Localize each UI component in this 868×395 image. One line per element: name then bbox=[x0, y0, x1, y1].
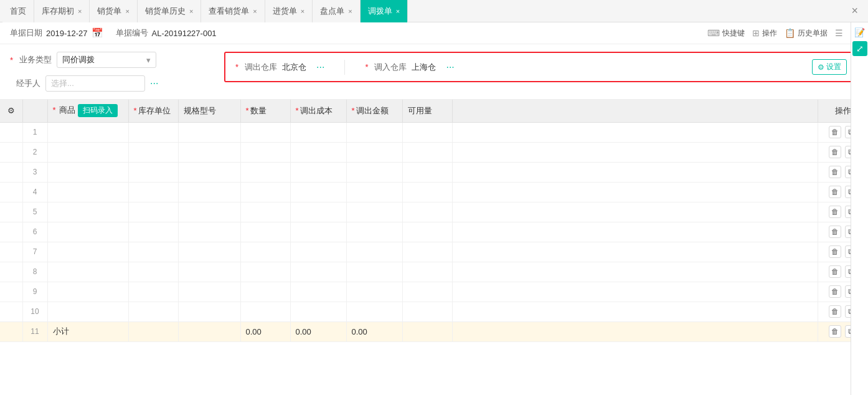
handler-dropdown[interactable]: 选择... bbox=[45, 75, 145, 92]
sidebar-expand-icon[interactable]: ⤢ bbox=[852, 41, 867, 56]
row-qty bbox=[240, 162, 290, 182]
scan-button[interactable]: 扫码录入 bbox=[78, 104, 118, 117]
row-amount bbox=[346, 162, 402, 182]
table-row: 11 小计 0.00 0.00 0.00 🗑 ⧉ bbox=[0, 321, 868, 341]
row-cost bbox=[290, 202, 346, 222]
operation-label: 操作 bbox=[762, 28, 777, 39]
subtotal-spacer bbox=[452, 321, 818, 341]
row-product bbox=[47, 202, 128, 222]
row-gear-cell bbox=[0, 302, 22, 321]
delete-btn[interactable]: 🗑 bbox=[829, 305, 841, 318]
tab-sales-order[interactable]: 销货单 × bbox=[90, 0, 137, 22]
row-product bbox=[47, 142, 128, 162]
operation-button[interactable]: ⊞ 操作 bbox=[752, 28, 777, 39]
delete-btn[interactable]: 🗑 bbox=[829, 186, 841, 198]
handler-label: 经手人 bbox=[16, 78, 40, 89]
tab-transfer-order-label: 调拨单 bbox=[368, 6, 392, 17]
delete-btn[interactable]: 🗑 bbox=[829, 126, 841, 138]
row-avail bbox=[402, 262, 452, 282]
handler-more-button[interactable]: ··· bbox=[150, 78, 158, 89]
row-gear-cell bbox=[0, 142, 22, 162]
row-number: 1 bbox=[22, 122, 47, 142]
close-window-button[interactable]: × bbox=[844, 4, 866, 17]
row-avail bbox=[402, 142, 452, 162]
tab-purchase-order[interactable]: 进货单 × bbox=[265, 0, 313, 22]
row-spec bbox=[178, 122, 240, 142]
layout1-button[interactable]: ☰ bbox=[835, 28, 843, 38]
row-spec bbox=[178, 242, 240, 262]
delete-btn[interactable]: 🗑 bbox=[829, 325, 841, 338]
number-value: AL-20191227-001 bbox=[152, 29, 217, 38]
row-spacer bbox=[452, 162, 818, 182]
delete-btn[interactable]: 🗑 bbox=[829, 226, 841, 238]
col-header-spacer bbox=[452, 100, 818, 122]
table-header-row: ⚙ * 商品 扫码录入 *库存单位 规格型号 *数量 *调出成本 bbox=[0, 100, 868, 122]
subtotal-spec bbox=[178, 321, 240, 341]
delete-btn[interactable]: 🗑 bbox=[829, 206, 841, 218]
row-unit bbox=[128, 282, 178, 302]
row-unit bbox=[128, 142, 178, 162]
in-warehouse-more-button[interactable]: ··· bbox=[446, 62, 454, 73]
tab-inventory-init[interactable]: 库存期初 × bbox=[34, 0, 90, 22]
col-header-gear[interactable]: ⚙ bbox=[0, 100, 22, 122]
col-header-amount: *调出金额 bbox=[346, 100, 402, 122]
out-warehouse-more-button[interactable]: ··· bbox=[316, 62, 324, 73]
tab-view-sales-close[interactable]: × bbox=[253, 7, 257, 15]
tab-sales-history-close[interactable]: × bbox=[189, 7, 193, 15]
row-cost bbox=[290, 142, 346, 162]
tab-home[interactable]: 首页 bbox=[2, 0, 34, 22]
delete-btn[interactable]: 🗑 bbox=[829, 245, 841, 258]
row-qty bbox=[240, 122, 290, 142]
tab-view-sales[interactable]: 查看销货单 × bbox=[201, 0, 265, 22]
row-number: 9 bbox=[22, 282, 47, 302]
settings-button[interactable]: ⚙ 设置 bbox=[812, 59, 847, 75]
product-required: * bbox=[53, 105, 56, 115]
history-button[interactable]: 📋 历史单据 bbox=[785, 28, 828, 39]
handler-placeholder: 选择... bbox=[51, 78, 74, 89]
row-gear-cell bbox=[0, 242, 22, 262]
tab-transfer-order[interactable]: 调拨单 × bbox=[361, 0, 408, 22]
handler-row: 经手人 选择... ··· bbox=[10, 75, 209, 92]
col-header-cost: *调出成本 bbox=[290, 100, 346, 122]
history-label: 历史单据 bbox=[798, 28, 828, 39]
delete-btn[interactable]: 🗑 bbox=[829, 265, 841, 278]
row-product bbox=[47, 262, 128, 282]
delete-btn[interactable]: 🗑 bbox=[829, 285, 841, 298]
tab-purchase-order-close[interactable]: × bbox=[301, 7, 304, 15]
col-header-avail: 可用量 bbox=[402, 100, 452, 122]
tab-inventory-check[interactable]: 盘点单 × bbox=[313, 0, 360, 22]
row-amount bbox=[346, 122, 402, 142]
row-spacer bbox=[452, 282, 818, 302]
row-spacer bbox=[452, 182, 818, 202]
dropdown-arrow-icon: ▾ bbox=[146, 55, 151, 65]
table-row: 8 🗑 ⧉ bbox=[0, 262, 868, 282]
tab-sales-history[interactable]: 销货单历史 × bbox=[138, 0, 201, 22]
subtotal-amount: 0.00 bbox=[346, 321, 402, 341]
row-avail bbox=[402, 302, 452, 321]
delete-btn[interactable]: 🗑 bbox=[829, 146, 841, 158]
out-warehouse-required: * bbox=[235, 62, 238, 72]
row-avail bbox=[402, 242, 452, 262]
row-avail bbox=[402, 122, 452, 142]
tab-transfer-order-close[interactable]: × bbox=[396, 7, 400, 15]
tab-inventory-init-close[interactable]: × bbox=[78, 7, 82, 15]
date-field: 单据日期 2019-12-27 📅 bbox=[10, 27, 103, 39]
row-unit bbox=[128, 122, 178, 142]
in-warehouse-value: 上海仓 bbox=[412, 62, 436, 73]
warehouse-divider bbox=[344, 60, 345, 75]
col-header-qty: *数量 bbox=[240, 100, 290, 122]
business-type-dropdown[interactable]: 同价调拨 ▾ bbox=[57, 52, 156, 68]
shortcut-button[interactable]: ⌨ 快捷键 bbox=[707, 28, 745, 39]
tab-inventory-check-close[interactable]: × bbox=[348, 7, 352, 15]
delete-btn[interactable]: 🗑 bbox=[829, 166, 841, 178]
row-unit bbox=[128, 182, 178, 202]
tab-sales-order-close[interactable]: × bbox=[125, 7, 129, 15]
date-value: 2019-12-27 bbox=[46, 29, 88, 38]
row-spec bbox=[178, 262, 240, 282]
table-row: 10 🗑 ⧉ bbox=[0, 302, 868, 321]
calendar-icon[interactable]: 📅 bbox=[92, 27, 103, 39]
row-number: 2 bbox=[22, 142, 47, 162]
row-number: 6 bbox=[22, 222, 47, 242]
row-spacer bbox=[452, 142, 818, 162]
sidebar-notes-icon[interactable]: 📝 bbox=[852, 25, 867, 40]
